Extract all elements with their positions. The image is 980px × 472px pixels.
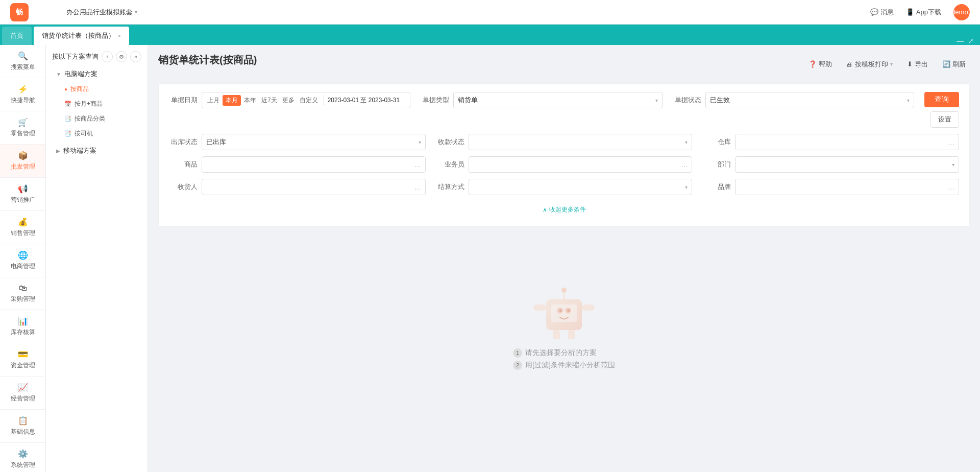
tree-group-header-desktop[interactable]: ▼ 电脑端方案: [46, 66, 148, 82]
topbar: 畅 办公用品行业模拟账套 ▾ 💬 消息 📱 App下载 demo2: [0, 0, 980, 25]
basics-icon: 📋: [2, 416, 43, 426]
sidebar-item-ecommerce[interactable]: 🌐 电商管理: [0, 244, 45, 277]
sidebar-item-label: 电商管理: [11, 263, 35, 270]
sidebar-item-purchase[interactable]: 🛍 采购管理: [0, 277, 45, 310]
sidebar-item-basics[interactable]: 📋 基础信息: [0, 410, 45, 443]
outstatus-input[interactable]: 已出库 ▾: [202, 134, 426, 150]
product-label: 商品: [169, 160, 198, 169]
sidebar-item-retail[interactable]: 🛒 零售管理: [0, 111, 45, 145]
date-range-input[interactable]: 上月 本月 本年 近7天 更多 自定义 2023-03-01 至 2023-03…: [202, 92, 410, 108]
docstatus-arrow: ▾: [907, 98, 910, 103]
step-num-1: 1: [513, 348, 522, 358]
add-scheme-btn[interactable]: +: [102, 51, 113, 62]
date-range-value: 2023-03-01 至 2023-03-31: [324, 96, 410, 105]
product-input[interactable]: …: [202, 156, 426, 173]
app-download-btn[interactable]: 📱 App下载: [906, 8, 941, 17]
message-btn[interactable]: 💬 消息: [870, 8, 894, 17]
print-btn[interactable]: 🖨 按模板打印 ▾: [842, 58, 897, 71]
app-label: App下载: [916, 8, 941, 17]
sidebar-item-label: 销售管理: [11, 229, 35, 237]
sidebar-item-quick-nav[interactable]: ⚡ 快捷导航: [0, 78, 45, 111]
tree-item-by-month-product[interactable]: 📅 按月+商品: [46, 97, 148, 111]
collapse-up-arrow: ∧: [543, 206, 547, 214]
company-selector[interactable]: 办公用品行业模拟账套 ▾: [66, 8, 137, 17]
sidebar-item-wholesale[interactable]: 📦 批发管理: [0, 145, 45, 178]
wholesale-icon: 📦: [2, 151, 43, 160]
left-panel: 按以下方案查询 + ⚙ « ▼ 电脑端方案 ● 按商品 📅 按月+商品 📑: [46, 45, 148, 472]
date-tab-this-month[interactable]: 本月: [223, 95, 241, 106]
filter-warehouse-field: 仓库 …: [702, 134, 959, 150]
svg-point-9: [561, 288, 567, 293]
tree-group-header-mobile[interactable]: ▶ 移动端方案: [46, 143, 148, 158]
date-tab-more[interactable]: 更多: [280, 95, 297, 106]
sidebar-item-label: 零售管理: [11, 130, 35, 137]
svg-point-5: [567, 309, 570, 312]
topbar-right: 💬 消息 📱 App下载 demo2: [870, 4, 970, 20]
tree-group-label-mobile: 移动端方案: [63, 146, 96, 155]
tree-group-mobile: ▶ 移动端方案: [46, 143, 148, 158]
sidebar-item-search-menu[interactable]: 🔍 搜索菜单: [0, 45, 45, 78]
export-btn[interactable]: ⬇ 导出: [903, 58, 932, 71]
sidebar-item-sales[interactable]: 💰 销售管理: [0, 211, 45, 244]
nav-tabs: 首页 销货单统计表（按商品） × — ⤢: [0, 25, 980, 45]
recipient-input[interactable]: …: [202, 179, 426, 195]
window-max-btn[interactable]: ⤢: [968, 37, 974, 45]
window-min-btn[interactable]: —: [957, 37, 964, 45]
query-btn[interactable]: 查询: [924, 92, 959, 107]
date-label: 单据日期: [169, 96, 198, 105]
tree-item-label: 按月+商品: [75, 100, 103, 108]
user-avatar-btn[interactable]: demo2: [953, 4, 970, 20]
sidebar-item-system[interactable]: ⚙️ 系统管理: [0, 443, 45, 472]
doctype-input[interactable]: 销货单 ▾: [453, 92, 662, 108]
sidebar-item-inventory[interactable]: 📊 库存核算: [0, 310, 45, 343]
payment-method-input[interactable]: ▾: [469, 179, 693, 195]
collapse-filter-btn[interactable]: ∧ 收起更多条件: [169, 201, 959, 218]
settings-btn[interactable]: 设置: [930, 111, 959, 128]
scheme-settings-btn[interactable]: ⚙: [116, 51, 127, 62]
tab-home[interactable]: 首页: [2, 27, 32, 45]
inventory-icon: 📊: [2, 316, 43, 326]
warehouse-input[interactable]: …: [735, 134, 959, 150]
sidebar-item-operations[interactable]: 📈 经营管理: [0, 376, 45, 410]
tree-item-by-category[interactable]: 📑 按商品分类: [46, 111, 148, 126]
refresh-btn[interactable]: 🔄 刷新: [938, 58, 970, 71]
date-tab-this-year[interactable]: 本年: [242, 95, 258, 106]
search-menu-icon: 🔍: [2, 51, 43, 61]
driver-icon: 📑: [64, 130, 71, 137]
payment-method-label: 结算方式: [436, 182, 464, 192]
content-area: 销货单统计表(按商品) ❓ 帮助 🖨 按模板打印 ▾ ⬇ 导出 🔄 刷新: [148, 45, 980, 472]
docstatus-input[interactable]: 已生效 ▾: [705, 92, 914, 108]
print-icon: 🖨: [846, 60, 853, 68]
username-label: demo2: [951, 8, 972, 16]
export-label: 导出: [915, 60, 928, 69]
brand-input[interactable]: …: [735, 179, 959, 195]
active-dot-icon: ●: [64, 86, 67, 92]
brand-label: 品牌: [702, 182, 731, 192]
tree-item-by-product[interactable]: ● 按商品: [46, 82, 148, 97]
product-dots: …: [414, 161, 421, 169]
collapse-filter-label: 收起更多条件: [549, 205, 586, 214]
payment-status-input[interactable]: ▾: [469, 134, 693, 150]
export-icon: ⬇: [907, 60, 913, 68]
salesperson-input[interactable]: …: [469, 156, 693, 173]
empty-step-2: 2 用[过滤]条件来缩小分析范围: [513, 361, 615, 370]
ecommerce-icon: 🌐: [2, 250, 43, 260]
department-input[interactable]: ▾: [735, 156, 959, 173]
filter-row-3: 商品 … 业务员 … 部门: [169, 156, 959, 173]
sidebar-item-marketing[interactable]: 📢 营销推广: [0, 178, 45, 211]
date-tab-last-month[interactable]: 上月: [205, 95, 222, 106]
tab-sales-stats[interactable]: 销货单统计表（按商品） ×: [34, 27, 129, 45]
page-toolbar: ❓ 帮助 🖨 按模板打印 ▾ ⬇ 导出 🔄 刷新: [804, 58, 970, 71]
empty-text: 1 请先选择要分析的方案 2 用[过滤]条件来缩小分析范围: [513, 348, 615, 373]
date-tab-7days[interactable]: 近7天: [259, 95, 279, 106]
collapse-panel-btn[interactable]: «: [130, 51, 141, 62]
tree-item-by-driver[interactable]: 📑 按司机: [46, 126, 148, 141]
retail-icon: 🛒: [2, 117, 43, 127]
print-label: 按模板打印: [855, 60, 888, 69]
tab-close-btn[interactable]: ×: [118, 33, 121, 39]
sidebar-item-finance[interactable]: 💳 资金管理: [0, 343, 45, 376]
help-btn[interactable]: ❓ 帮助: [804, 58, 836, 71]
tree-item-label: 按司机: [75, 129, 93, 138]
date-tab-custom[interactable]: 自定义: [298, 95, 320, 106]
nav-tab-actions: — ⤢: [957, 37, 980, 45]
